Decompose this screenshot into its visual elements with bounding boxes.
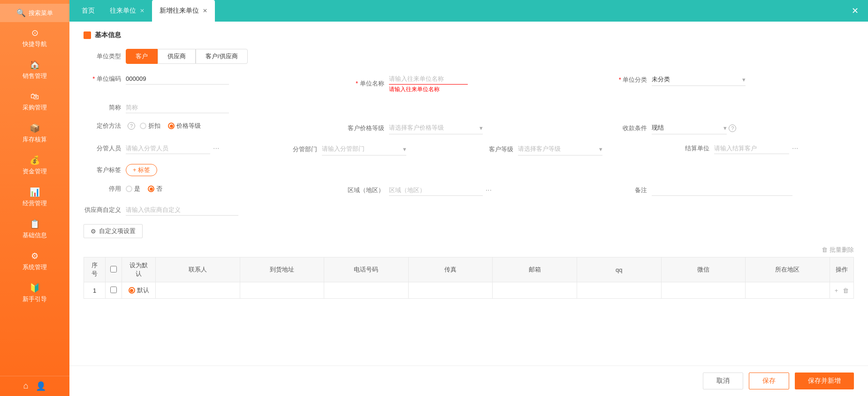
- save-new-button[interactable]: 保存并新增: [795, 373, 854, 389]
- supplier-custom-input[interactable]: [126, 204, 238, 216]
- sidebar-item-guide[interactable]: 🔰 新手引导: [0, 277, 69, 309]
- department-select[interactable]: 请输入分管部门 ▾: [322, 143, 406, 155]
- tag-add-btn[interactable]: + 标签: [126, 164, 157, 176]
- table-row: 1 默认: [84, 282, 854, 299]
- row-email-input[interactable]: [497, 287, 572, 294]
- sidebar-item-sales[interactable]: 🏠 销售管理: [0, 54, 69, 86]
- region-input[interactable]: [389, 185, 483, 196]
- pricing-label: 定价方法: [84, 122, 121, 130]
- customer-price-level-select[interactable]: 请选择客户价格等级 ▾: [389, 122, 483, 134]
- sidebar-item-search[interactable]: 🔍 搜索菜单: [0, 4, 69, 22]
- tab-bar: 首页 往来单位 ✕ 新增往来单位 ✕ ✕: [69, 0, 868, 22]
- row-phone[interactable]: [324, 282, 409, 299]
- pricing-radio-group: 折扣 价格等级: [140, 122, 201, 130]
- row-region-input[interactable]: [750, 287, 825, 294]
- row-default: 默认: [122, 282, 156, 299]
- remark-input[interactable]: [652, 185, 792, 196]
- row-default-radio[interactable]: 默认: [127, 286, 151, 295]
- close-all-tabs[interactable]: ✕: [847, 6, 863, 16]
- disabled-yes[interactable]: 是: [126, 185, 140, 193]
- payment-arrow: ▾: [723, 124, 727, 132]
- row-add-btn[interactable]: +: [835, 287, 838, 294]
- short-name-input[interactable]: [126, 102, 229, 113]
- tab-new-partner-close[interactable]: ✕: [203, 8, 207, 14]
- sidebar-item-finance[interactable]: 💰 资金管理: [0, 149, 69, 181]
- settlement-unit-input[interactable]: [714, 143, 789, 154]
- payment-condition-select[interactable]: 现结 ▾: [652, 122, 727, 134]
- btn-both[interactable]: 客户/供应商: [196, 49, 248, 64]
- default-radio-circle[interactable]: [129, 287, 135, 294]
- sidebar-item-basic[interactable]: 📋 基础信息: [0, 213, 69, 245]
- th-contact: 联系人: [155, 257, 240, 282]
- th-wechat: 微信: [661, 257, 746, 282]
- disabled-no[interactable]: 否: [148, 185, 162, 193]
- row-checkbox[interactable]: [110, 287, 117, 293]
- sidebar-item-operations[interactable]: 📊 经营管理: [0, 181, 69, 213]
- purchase-icon: 🛍: [30, 92, 39, 101]
- region-more[interactable]: ···: [486, 186, 492, 194]
- custom-settings-btn[interactable]: ⚙ 自定义项设置: [84, 224, 143, 238]
- row-wechat-input[interactable]: [666, 287, 741, 294]
- row-address-input[interactable]: [245, 287, 320, 294]
- user-bottom-icon[interactable]: 👤: [36, 381, 46, 391]
- row-email[interactable]: [493, 282, 577, 299]
- home-bottom-icon[interactable]: ⌂: [23, 381, 29, 391]
- settlement-unit-more[interactable]: ···: [792, 144, 798, 153]
- sidebar-item-purchase[interactable]: 🛍 采购管理: [0, 86, 69, 117]
- system-icon: ⚙: [31, 251, 38, 261]
- pricing-price-level[interactable]: 价格等级: [168, 122, 201, 130]
- row-fax[interactable]: [408, 282, 493, 299]
- row-phone-input[interactable]: [329, 287, 404, 294]
- customer-level-select[interactable]: 请选择客户等级 ▾: [518, 143, 602, 155]
- th-region: 所在地区: [746, 257, 830, 282]
- row-no: 1: [84, 282, 106, 299]
- th-no: 序号: [84, 257, 106, 282]
- row-region[interactable]: [746, 282, 830, 299]
- tab-new-partner[interactable]: 新增往来单位 ✕: [152, 0, 215, 22]
- pricing-help-icon[interactable]: ?: [128, 122, 135, 130]
- disabled-radio-group: 是 否: [126, 185, 162, 193]
- row-delete-btn[interactable]: 🗑: [843, 287, 849, 294]
- row-qq[interactable]: [577, 282, 661, 299]
- unit-name-label: 单位名称: [347, 79, 384, 88]
- page-body: 基本信息 单位类型 客户 供应商 客户/供应商 单位编码 单位名称 请输入往来单…: [69, 22, 868, 365]
- customer-price-arrow: ▾: [480, 124, 483, 132]
- pricing-discount[interactable]: 折扣: [140, 122, 160, 130]
- remark-label: 备注: [609, 186, 647, 194]
- supervisor-more[interactable]: ···: [213, 144, 219, 153]
- row-wechat[interactable]: [661, 282, 746, 299]
- row-address[interactable]: [240, 282, 324, 299]
- cancel-button[interactable]: 取消: [703, 373, 743, 389]
- batch-delete-icon: 🗑: [822, 246, 828, 253]
- tab-partner[interactable]: 往来单位 ✕: [102, 0, 152, 22]
- row-contact-input[interactable]: [160, 287, 235, 294]
- unit-name-error: 请输入往来单位名称: [389, 85, 468, 93]
- save-button[interactable]: 保存: [749, 373, 789, 389]
- select-all-checkbox[interactable]: [110, 266, 117, 272]
- discount-radio[interactable]: [140, 123, 146, 129]
- sidebar-item-inventory[interactable]: 📦 库存核算: [0, 117, 69, 149]
- basic-icon: 📋: [30, 219, 40, 229]
- payment-help-icon[interactable]: ?: [729, 124, 736, 132]
- supplier-custom-field: 供应商自定义: [84, 204, 854, 216]
- row-contact[interactable]: [155, 282, 240, 299]
- batch-delete[interactable]: 🗑 批量删除: [84, 246, 854, 254]
- supervisor-input[interactable]: [126, 143, 210, 154]
- row-qq-input[interactable]: [582, 287, 656, 294]
- btn-customer[interactable]: 客户: [126, 49, 158, 64]
- disabled-yes-radio[interactable]: [126, 186, 132, 192]
- row-fax-input[interactable]: [413, 287, 488, 294]
- price-level-radio[interactable]: [168, 123, 175, 129]
- disabled-field: 停用 是 否: [84, 185, 328, 193]
- btn-supplier[interactable]: 供应商: [158, 49, 196, 64]
- unit-category-select[interactable]: 未分类 ▾: [652, 73, 746, 86]
- disabled-no-radio[interactable]: [148, 186, 154, 192]
- sidebar-item-system[interactable]: ⚙ 系统管理: [0, 245, 69, 277]
- unit-code-input[interactable]: [126, 73, 229, 85]
- customer-tag-label: 客户标签: [84, 166, 121, 174]
- region-field: 区域（地区） ···: [347, 185, 591, 196]
- unit-name-input[interactable]: [389, 73, 468, 85]
- tab-partner-close[interactable]: ✕: [140, 8, 145, 14]
- tab-home[interactable]: 首页: [74, 0, 102, 22]
- sidebar-item-quicknav[interactable]: ⊙ 快捷导航: [0, 22, 69, 54]
